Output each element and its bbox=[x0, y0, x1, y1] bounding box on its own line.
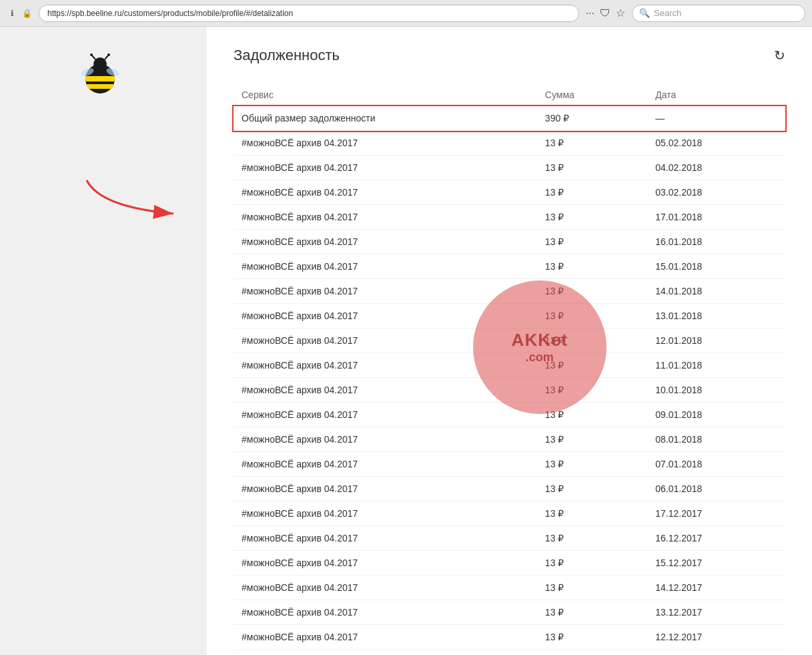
browser-nav-controls: ℹ 🔒 bbox=[7, 8, 32, 19]
date-cell: 03.02.2018 bbox=[647, 180, 785, 205]
menu-dots: ··· bbox=[586, 7, 594, 19]
sidebar bbox=[0, 27, 207, 655]
lock-icon: 🔒 bbox=[21, 8, 32, 19]
url-text: https://spb.beeline.ru/customers/product… bbox=[47, 9, 570, 18]
svg-rect-3 bbox=[85, 84, 115, 89]
address-bar[interactable]: https://spb.beeline.ru/customers/product… bbox=[39, 5, 579, 22]
col-header-date: Дата bbox=[647, 84, 785, 106]
table-row: #можноВСЁ архив 04.201713 ₽15.12.2017 bbox=[234, 551, 785, 576]
table-row: #можноВСЁ архив 04.201713 ₽06.01.2018 bbox=[234, 477, 785, 501]
service-cell: #можноВСЁ архив 04.2017 bbox=[234, 131, 537, 156]
table-row: #можноВСЁ архив 04.201713 ₽12.01.2018 bbox=[234, 329, 785, 353]
amount-cell: 13 ₽ bbox=[537, 230, 647, 254]
service-cell: #можноВСЁ архив 04.2017 bbox=[234, 254, 537, 279]
service-cell: #можноВСЁ архив 04.2017 bbox=[234, 625, 537, 650]
logo-container bbox=[77, 53, 130, 107]
service-cell: #можноВСЁ архив 04.2017 bbox=[234, 600, 537, 625]
debt-table: Сервис Сумма Дата Общий размер задолженн… bbox=[234, 84, 785, 655]
date-cell: 10.01.2018 bbox=[647, 378, 785, 403]
browser-chrome: ℹ 🔒 https://spb.beeline.ru/customers/pro… bbox=[0, 0, 812, 27]
date-cell: 14.12.2017 bbox=[647, 576, 785, 600]
amount-cell: 13 ₽ bbox=[537, 526, 647, 551]
date-cell: 15.01.2018 bbox=[647, 254, 785, 279]
date-cell: 16.01.2018 bbox=[647, 230, 785, 254]
date-cell: 04.02.2018 bbox=[647, 156, 785, 180]
amount-cell: 13 ₽ bbox=[537, 378, 647, 403]
table-row: #можноВСЁ архив 04.201713 ₽17.01.2018 bbox=[234, 205, 785, 230]
annotation-arrow bbox=[80, 174, 187, 227]
date-cell: 13.01.2018 bbox=[647, 304, 785, 329]
svg-point-7 bbox=[90, 53, 93, 56]
svg-rect-2 bbox=[85, 76, 115, 81]
service-cell: #можноВСЁ архив 04.2017 bbox=[234, 205, 537, 230]
service-cell: #можноВСЁ архив 04.2017 bbox=[234, 427, 537, 452]
date-cell: 12.01.2018 bbox=[647, 329, 785, 353]
date-cell: 12.12.2017 bbox=[647, 625, 785, 650]
date-cell: 07.01.2018 bbox=[647, 452, 785, 477]
service-cell: #можноВСЁ архив 04.2017 bbox=[234, 329, 537, 353]
browser-menu[interactable]: ··· 🛡 ☆ bbox=[586, 7, 625, 19]
amount-cell: 13 ₽ bbox=[537, 279, 647, 304]
search-placeholder: Search bbox=[654, 8, 681, 18]
col-header-amount: Сумма bbox=[537, 84, 647, 106]
header-row: Сервис Сумма Дата bbox=[234, 84, 785, 106]
table-row: #можноВСЁ архив 04.201713 ₽14.12.2017 bbox=[234, 576, 785, 600]
amount-cell: 13 ₽ bbox=[537, 501, 647, 526]
amount-cell: 13 ₽ bbox=[537, 180, 647, 205]
amount-cell: 13 ₽ bbox=[537, 576, 647, 600]
page-header: Задолженность ↻ bbox=[234, 47, 785, 64]
service-cell: #можноВСЁ архив 04.2017 bbox=[234, 526, 537, 551]
table-row: #можноВСЁ архив 04.201713 ₽10.01.2018 bbox=[234, 378, 785, 403]
date-cell: 08.01.2018 bbox=[647, 427, 785, 452]
date-cell: 16.12.2017 bbox=[647, 526, 785, 551]
search-bar[interactable]: 🔍 Search bbox=[632, 5, 805, 22]
table-body: Общий размер задолженности 390 ₽ — #можн… bbox=[234, 106, 785, 656]
date-cell: 13.12.2017 bbox=[647, 600, 785, 625]
amount-cell: 13 ₽ bbox=[537, 452, 647, 477]
table-row: #можноВСЁ архив 04.201713 ₽14.01.2018 bbox=[234, 279, 785, 304]
service-cell: #можноВСЁ архив 04.2017 bbox=[234, 477, 537, 501]
table-row: #можноВСЁ архив 04.201713 ₽13.01.2018 bbox=[234, 304, 785, 329]
amount-cell: 13 ₽ bbox=[537, 156, 647, 180]
service-cell: #можноВСЁ архив 04.2017 bbox=[234, 180, 537, 205]
table-header: Сервис Сумма Дата bbox=[234, 84, 785, 106]
amount-cell: 13 ₽ bbox=[537, 254, 647, 279]
table-row: #можноВСЁ архив 04.201713 ₽15.01.2018 bbox=[234, 254, 785, 279]
table-row: #можноВСЁ архив 04.201713 ₽12.12.2017 bbox=[234, 625, 785, 650]
total-date-cell: — bbox=[647, 106, 785, 131]
table-row: #можноВСЁ архив 04.201713 ₽13.12.2017 bbox=[234, 600, 785, 625]
table-row: #можноВСЁ архив 04.201713 ₽08.01.2018 bbox=[234, 427, 785, 452]
date-cell: 17.12.2017 bbox=[647, 501, 785, 526]
service-cell: #можноВСЁ архив 04.2017 bbox=[234, 650, 537, 656]
table-row: #можноВСЁ архив 04.201713 ₽05.02.2018 bbox=[234, 131, 785, 156]
date-cell: 17.01.2018 bbox=[647, 205, 785, 230]
amount-cell: 13 ₽ bbox=[537, 205, 647, 230]
amount-cell: 13 ₽ bbox=[537, 551, 647, 576]
page-title: Задолженность bbox=[234, 47, 340, 64]
table-row: #можноВСЁ архив 04.201713 ₽16.01.2018 bbox=[234, 230, 785, 254]
refresh-button[interactable]: ↻ bbox=[774, 47, 785, 63]
amount-cell: 13 ₽ bbox=[537, 353, 647, 378]
svg-point-8 bbox=[107, 53, 110, 56]
service-cell: #можноВСЁ архив 04.2017 bbox=[234, 156, 537, 180]
service-cell: #можноВСЁ архив 04.2017 bbox=[234, 304, 537, 329]
table-row: #можноВСЁ архив 04.201713 ₽11.12.2017 bbox=[234, 650, 785, 656]
date-cell: 09.01.2018 bbox=[647, 403, 785, 427]
service-cell: #можноВСЁ архив 04.2017 bbox=[234, 230, 537, 254]
table-row: #можноВСЁ архив 04.201713 ₽17.12.2017 bbox=[234, 501, 785, 526]
amount-cell: 13 ₽ bbox=[537, 650, 647, 656]
total-amount-cell: 390 ₽ bbox=[537, 106, 647, 131]
total-row: Общий размер задолженности 390 ₽ — bbox=[234, 106, 785, 131]
beeline-logo bbox=[77, 53, 123, 100]
amount-cell: 13 ₽ bbox=[537, 403, 647, 427]
info-icon: ℹ bbox=[7, 8, 17, 19]
service-cell: #можноВСЁ архив 04.2017 bbox=[234, 353, 537, 378]
service-cell: #можноВСЁ архив 04.2017 bbox=[234, 378, 537, 403]
main-content: Задолженность ↻ AKKet .com Сервис Сумма … bbox=[207, 27, 812, 655]
shield-icon: 🛡 bbox=[600, 7, 611, 19]
table-row: #можноВСЁ архив 04.201713 ₽11.01.2018 bbox=[234, 353, 785, 378]
amount-cell: 13 ₽ bbox=[537, 477, 647, 501]
table-row: #можноВСЁ архив 04.201713 ₽07.01.2018 bbox=[234, 452, 785, 477]
page-wrapper: Задолженность ↻ AKKet .com Сервис Сумма … bbox=[0, 27, 812, 655]
amount-cell: 13 ₽ bbox=[537, 625, 647, 650]
